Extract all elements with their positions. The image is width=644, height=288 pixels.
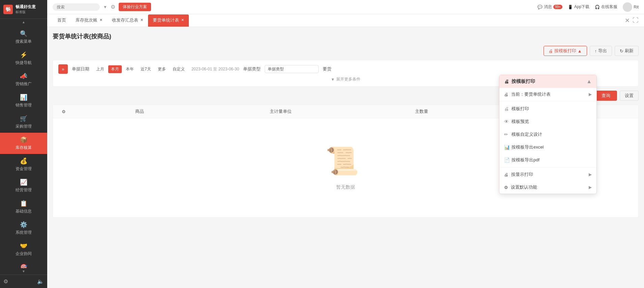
settings-button[interactable]: 设置 — [620, 91, 639, 101]
tab-receipt[interactable]: 收发存汇总表✕ — [107, 14, 148, 27]
tab-label-order: 要货单统计表 — [153, 17, 179, 23]
print-sub-display-print[interactable]: 🖨按显示打印▶ — [499, 168, 596, 181]
table-col-quantity: 主数量 — [351, 108, 492, 115]
search-input[interactable] — [53, 3, 100, 11]
sidebar-item-guide[interactable]: 🎯新手引导 — [0, 260, 47, 268]
sidebar-item-marketing[interactable]: 📣营销推广 — [0, 69, 47, 90]
message-badge: 99+ — [553, 5, 562, 9]
sidebar-label-inventory: 库存核算 — [16, 145, 32, 151]
content-area: 要货单统计表(按商品) 🖨 按模板打印 ▲ ↑ 导出 ↻ 刷新 » 单据日期 上… — [47, 27, 644, 288]
tab-close-receipt[interactable]: ✕ — [140, 18, 143, 22]
table-col-settings[interactable]: ⚙ — [58, 109, 69, 114]
sidebar-item-purchase[interactable]: 🛒采购管理 — [0, 111, 47, 133]
sidebar-item-search[interactable]: 🔍搜索菜单 — [0, 27, 47, 48]
sidebar-scroll-down: ▼ — [0, 268, 47, 275]
type-filter-label: 单据类型 — [243, 66, 261, 72]
sidebar-label-collab: 企业协同 — [16, 251, 32, 257]
order-type-label: 要货 — [323, 66, 331, 72]
settings-bottom-icon[interactable]: ⚙ — [3, 278, 8, 285]
scroll-up-icon[interactable]: ▲ — [22, 20, 25, 24]
print-sub-left-display-print: 🖨按显示打印 — [504, 171, 533, 178]
sidebar-label-search: 搜索菜单 — [16, 39, 32, 44]
sidebar-item-sales[interactable]: 📊销售管理 — [0, 90, 47, 111]
topbar-gear-icon[interactable]: ⚙ — [111, 4, 115, 10]
tab-label-home: 首页 — [57, 17, 66, 23]
topbar-right: 💬 消息 99+ 📱 App下载 🎧 在线客服 Rit — [537, 2, 639, 12]
type-select[interactable]: 单据类型 — [265, 65, 319, 73]
date-btn-custom[interactable]: 自定义 — [170, 65, 187, 73]
print-item-label-template-pdf: 按模板导出pdf — [511, 157, 539, 163]
sidebar-item-finance[interactable]: 💰资金管理 — [0, 154, 47, 175]
print-current-arrow: ▶ — [589, 92, 592, 97]
print-item-template-excel[interactable]: 📊按模板导出excel — [499, 141, 596, 154]
refresh-button[interactable]: ↻ 刷新 — [615, 46, 639, 56]
sidebar-item-system[interactable]: ⚙️系统管理 — [0, 218, 47, 239]
export-button[interactable]: ↑ 导出 — [590, 46, 612, 56]
sidebar-icon-basic: 📋 — [20, 200, 27, 207]
dropdown-divider-1 — [499, 101, 596, 102]
sidebar-item-inventory[interactable]: 📦库存核算 — [0, 133, 47, 154]
user-avatar-item[interactable]: Rit — [623, 2, 639, 12]
print-sub-default-func[interactable]: ⚙设置默认功能▶ — [499, 181, 596, 194]
print-current-item[interactable]: 🖨 当前：要货单统计表 ▶ — [499, 88, 596, 101]
sidebar-icon-guide: 🎯 — [20, 263, 27, 268]
printer-icon: 🖨 — [549, 49, 553, 54]
sidebar-icon-marketing: 📣 — [20, 72, 27, 80]
sidebar-item-shortcut[interactable]: ⚡快捷导航 — [0, 48, 47, 69]
tab-label-receipt: 收发存汇总表 — [112, 17, 138, 23]
date-btn-more[interactable]: 更多 — [155, 65, 169, 73]
date-btn-prev[interactable]: 上月 — [93, 65, 107, 73]
table-col-unit: 主计量单位 — [210, 108, 351, 115]
sidebar-item-basic[interactable]: 📋基础信息 — [0, 196, 47, 218]
tab-label-batch: 库存批次账 — [76, 17, 97, 23]
message-icon: 💬 — [537, 5, 543, 9]
empty-text: 暂无数据 — [336, 184, 355, 190]
expand-more-button[interactable]: ▼ 展开更多条件 — [331, 76, 360, 82]
app-logo-text: 畅通好生意 标准版 — [16, 4, 36, 14]
sidebar-item-operation[interactable]: 📈经营管理 — [0, 175, 47, 196]
print-sub-arrow-default-func: ▶ — [589, 185, 592, 190]
tab-close-batch[interactable]: ✕ — [99, 18, 103, 22]
app-download-item[interactable]: 📱 App下载 — [568, 4, 589, 10]
print-arrow-icon: ▲ — [578, 49, 582, 54]
print-item-label-template-design: 模板自定义设计 — [511, 131, 542, 137]
tab-order[interactable]: 要货单统计表✕ — [148, 14, 189, 27]
date-btn-current[interactable]: 本月 — [108, 65, 122, 73]
print-item-icon-template-preview: 👁 — [504, 119, 509, 124]
sidebar-label-shortcut: 快捷导航 — [16, 60, 32, 66]
date-btn-year[interactable]: 本年 — [123, 65, 137, 73]
sidebar-icon-finance: 💰 — [20, 157, 27, 165]
print-dropdown-close-icon[interactable]: ▲ — [586, 78, 592, 85]
sidebar-icon-shortcut: ⚡ — [20, 51, 27, 59]
query-button[interactable]: 查询 — [595, 91, 617, 101]
print-item-template-pdf[interactable]: 📄按模板导出pdf — [499, 154, 596, 166]
scroll-down-icon[interactable]: ▼ — [22, 269, 25, 273]
close-window-icon[interactable]: ✕ — [625, 17, 630, 24]
empty-icon: 📜 — [325, 145, 366, 177]
print-item-template-design[interactable]: ✏模板自定义设计 — [499, 128, 596, 141]
date-btn-week7[interactable]: 近7天 — [138, 65, 154, 73]
export-icon: ↑ — [595, 49, 597, 54]
sidebar-item-collab[interactable]: 🤝企业协同 — [0, 239, 47, 260]
print-title-icon: 🖨 — [504, 79, 509, 84]
tab-batch[interactable]: 库存批次账✕ — [71, 14, 107, 27]
topbar: ▼ ⚙ 体验行业方案 💬 消息 99+ 📱 App下载 🎧 在线客服 Rit — [47, 0, 644, 14]
search-dropdown-icon[interactable]: ▼ — [103, 5, 107, 9]
print-item-icon-template-print: 🖨 — [504, 106, 509, 111]
print-item-template-print[interactable]: 🖨模板打印 — [499, 102, 596, 115]
online-service-item[interactable]: 🎧 在线客服 — [595, 4, 617, 10]
filter-expand-button[interactable]: » — [58, 64, 68, 74]
message-item[interactable]: 💬 消息 99+ — [537, 4, 562, 10]
print-item-template-preview[interactable]: 👁模板预览 — [499, 115, 596, 128]
print-button[interactable]: 🖨 按模板打印 ▲ — [544, 46, 587, 56]
print-dropdown-title: 🖨 按模板打印 — [504, 78, 535, 85]
tab-home[interactable]: 首页 — [53, 14, 71, 27]
sidebar-label-purchase: 采购管理 — [16, 124, 32, 129]
tabs-bar: 首页库存批次账✕收发存汇总表✕要货单统计表✕ ✕ ⛶ — [47, 14, 644, 27]
action-bar: 🖨 按模板打印 ▲ ↑ 导出 ↻ 刷新 — [53, 46, 639, 56]
audio-bottom-icon[interactable]: 🔈 — [37, 278, 44, 285]
headset-icon: 🎧 — [595, 5, 600, 9]
tab-close-order[interactable]: ✕ — [181, 18, 184, 22]
expand-window-icon[interactable]: ⛶ — [633, 17, 639, 24]
trial-button[interactable]: 体验行业方案 — [119, 3, 151, 11]
